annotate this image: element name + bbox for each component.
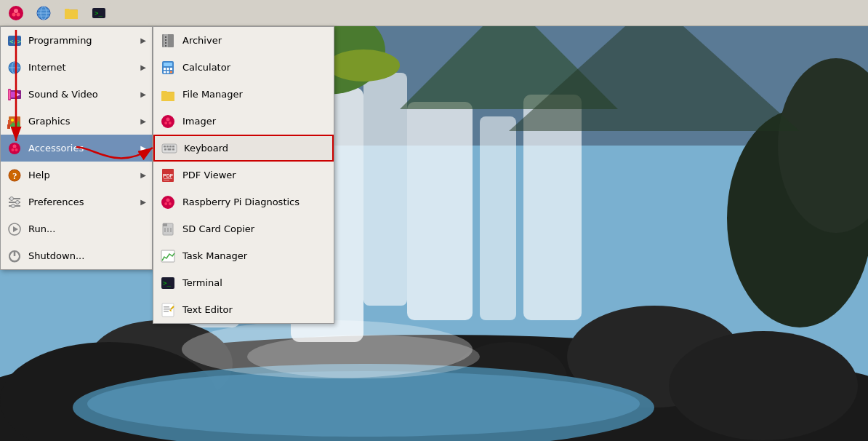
- svg-rect-114: [164, 228, 166, 232]
- run-label: Run...: [28, 223, 146, 234]
- run-icon: [7, 221, 23, 237]
- svg-rect-57: [7, 124, 10, 129]
- svg-point-108: [161, 196, 174, 209]
- svg-rect-85: [167, 68, 169, 70]
- svg-rect-120: [162, 303, 174, 317]
- svg-text:</>: </>: [9, 38, 22, 45]
- sound-video-label: Sound & Video: [28, 89, 140, 100]
- svg-point-26: [247, 335, 480, 378]
- svg-rect-123: [164, 306, 169, 308]
- menu-item-run[interactable]: Run...: [1, 215, 152, 242]
- taskbar: >_: [0, 0, 868, 26]
- svg-rect-107: [164, 180, 169, 180]
- programming-icon: </>: [7, 33, 23, 49]
- svg-rect-100: [172, 146, 174, 148]
- svg-rect-6: [363, 73, 407, 306]
- svg-rect-101: [164, 148, 166, 151]
- svg-rect-53: [9, 90, 10, 99]
- raspberry-diagnostics-label: Raspberry Pi Diagnostics: [182, 196, 300, 207]
- sd-card-copier-label: SD Card Copier: [182, 223, 254, 234]
- shutdown-icon: [7, 248, 23, 264]
- accessories-arrow: ▶: [140, 144, 146, 152]
- svg-rect-80: [165, 42, 166, 44]
- svg-point-93: [166, 117, 170, 121]
- submenu-item-pdf-viewer[interactable]: PDF PDF Viewer: [153, 162, 334, 188]
- menu-item-sound-video[interactable]: Sound & Video ▶: [1, 81, 152, 108]
- terminal-label: Terminal: [182, 277, 222, 288]
- svg-rect-116: [170, 228, 172, 232]
- svg-point-24: [87, 371, 640, 437]
- svg-rect-41: [65, 12, 78, 19]
- svg-point-61: [12, 148, 15, 151]
- svg-point-95: [169, 122, 172, 124]
- terminal-button[interactable]: >_: [86, 3, 112, 23]
- graphics-label: Graphics: [28, 116, 140, 127]
- svg-point-69: [10, 196, 14, 200]
- menu-item-graphics[interactable]: Graphics ▶: [1, 108, 152, 135]
- sd-card-icon: [159, 220, 177, 238]
- submenu-item-raspberry-diagnostics[interactable]: Raspberry Pi Diagnostics: [153, 188, 334, 215]
- help-icon: ?: [7, 167, 23, 183]
- submenu-item-archiver[interactable]: Archiver: [153, 27, 334, 54]
- svg-point-32: [14, 9, 18, 13]
- preferences-icon: [7, 194, 23, 210]
- accessories-submenu: Archiver Calculator File: [153, 26, 334, 324]
- svg-point-34: [17, 12, 20, 16]
- submenu-item-terminal[interactable]: >_ Terminal: [153, 269, 334, 296]
- archiver-icon: [159, 32, 177, 49]
- file-manager-button[interactable]: [58, 3, 84, 23]
- menu-item-shutdown[interactable]: Shutdown...: [1, 242, 152, 269]
- submenu-item-sd-card-copier[interactable]: SD Card Copier: [153, 215, 334, 242]
- svg-point-60: [13, 144, 17, 148]
- text-editor-label: Text Editor: [182, 304, 233, 315]
- help-label: Help: [28, 170, 140, 180]
- submenu-item-keyboard[interactable]: Keyboard: [153, 135, 334, 162]
- svg-marker-73: [13, 226, 18, 232]
- raspberry-diagnostics-icon: [159, 194, 177, 211]
- file-manager-label: File Manager: [182, 89, 243, 100]
- svg-text:?: ?: [12, 170, 17, 181]
- imager-label: Imager: [182, 116, 216, 127]
- menu-item-help[interactable]: ? Help ▶: [1, 162, 152, 188]
- shutdown-label: Shutdown...: [28, 250, 146, 261]
- sound-video-arrow: ▶: [140, 90, 146, 98]
- svg-rect-88: [167, 71, 169, 73]
- internet-icon: [7, 60, 23, 76]
- pdf-viewer-icon: PDF: [159, 167, 177, 184]
- preferences-label: Preferences: [28, 196, 140, 207]
- svg-point-109: [166, 198, 170, 202]
- submenu-item-calculator[interactable]: Calculator: [153, 54, 334, 81]
- menu-item-accessories[interactable]: Accessories ▶: [1, 135, 152, 162]
- svg-rect-58: [8, 120, 9, 124]
- menu-item-internet[interactable]: Internet ▶: [1, 54, 152, 81]
- submenu-item-text-editor[interactable]: Text Editor: [153, 296, 334, 323]
- submenu-item-task-manager[interactable]: Task Manager: [153, 242, 334, 269]
- raspberry-menu-button[interactable]: [3, 3, 29, 23]
- globe-browser-button[interactable]: [31, 3, 57, 23]
- imager-icon: [159, 113, 177, 130]
- menu-item-preferences[interactable]: Preferences ▶: [1, 188, 152, 215]
- svg-point-22: [327, 49, 400, 82]
- svg-point-111: [169, 202, 172, 205]
- graphics-arrow: ▶: [140, 117, 146, 125]
- submenu-item-imager[interactable]: Imager: [153, 108, 334, 135]
- svg-marker-113: [163, 223, 167, 226]
- svg-rect-103: [172, 148, 174, 151]
- text-editor-icon: [159, 301, 177, 319]
- svg-point-94: [164, 122, 167, 124]
- programming-arrow: ▶: [140, 36, 146, 44]
- svg-rect-78: [165, 36, 166, 38]
- svg-rect-102: [168, 148, 172, 151]
- submenu-item-file-manager[interactable]: File Manager: [153, 81, 334, 108]
- sound-video-icon: [7, 87, 23, 103]
- svg-rect-84: [164, 68, 166, 70]
- svg-rect-98: [166, 146, 169, 148]
- svg-point-14: [669, 331, 858, 440]
- menu-item-programming[interactable]: </> Programming ▶: [1, 27, 152, 54]
- accessories-icon: [7, 140, 23, 156]
- keyboard-label: Keyboard: [184, 143, 228, 154]
- svg-point-55: [11, 119, 14, 122]
- svg-rect-97: [164, 146, 166, 148]
- svg-rect-115: [167, 228, 169, 232]
- internet-label: Internet: [28, 62, 140, 73]
